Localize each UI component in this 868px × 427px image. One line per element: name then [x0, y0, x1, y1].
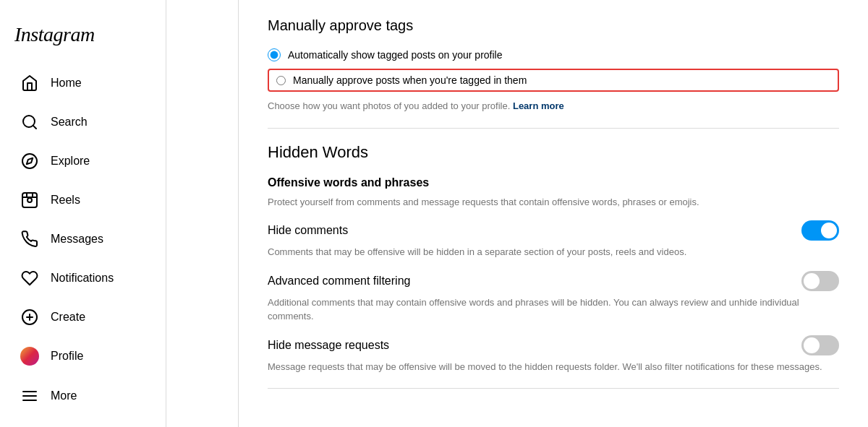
auto-show-option[interactable]: Automatically show tagged posts on your … [268, 48, 839, 61]
hide-message-requests-slider [801, 335, 839, 355]
section-divider-1 [268, 128, 839, 129]
manual-approve-radio[interactable] [276, 76, 286, 85]
manual-approve-option-highlighted[interactable]: Manually approve posts when you're tagge… [268, 69, 839, 92]
section-divider-2 [268, 388, 839, 389]
sidebar: Instagram Home Search Explore [0, 0, 166, 427]
more-label: More [51, 389, 77, 402]
sidebar-item-profile[interactable]: Profile [6, 338, 160, 374]
sidebar-item-create[interactable]: Create [6, 299, 160, 335]
explore-icon [20, 152, 39, 171]
more-icon [20, 387, 39, 405]
search-icon [20, 113, 39, 131]
notifications-icon [20, 269, 39, 288]
offensive-desc: Protect yourself from comments and messa… [268, 195, 839, 210]
svg-point-2 [22, 154, 37, 168]
sidebar-item-reels[interactable]: Reels [6, 182, 160, 218]
sidebar-item-home[interactable]: Home [6, 65, 160, 101]
advanced-filtering-row: Advanced comment filtering [268, 271, 839, 291]
create-label: Create [51, 311, 85, 324]
learn-more-link[interactable]: Learn more [513, 100, 564, 111]
advanced-filtering-label: Advanced comment filtering [268, 275, 410, 288]
svg-rect-4 [22, 193, 37, 207]
hide-comments-row: Hide comments [268, 220, 839, 241]
svg-marker-3 [27, 158, 33, 164]
reels-icon [20, 191, 39, 210]
hide-comments-slider [801, 220, 839, 241]
profile-avatar [20, 347, 39, 366]
hide-comments-toggle[interactable] [801, 220, 839, 241]
profile-label: Profile [51, 350, 83, 363]
offensive-section-title: Offensive words and phrases [268, 176, 839, 189]
messages-icon [20, 230, 39, 249]
notifications-label: Notifications [51, 272, 114, 285]
home-icon [20, 74, 39, 92]
instagram-logo: Instagram [0, 12, 166, 64]
sidebar-item-more[interactable]: More [6, 378, 160, 414]
messages-label: Messages [51, 233, 103, 246]
hide-comments-desc: Comments that may be offensive will be h… [268, 245, 839, 259]
hide-message-requests-desc: Message requests that may be offensive w… [268, 360, 839, 374]
tag-approval-helper: Choose how you want photos of you added … [268, 99, 839, 113]
explore-label: Explore [51, 155, 90, 168]
search-label: Search [51, 116, 88, 129]
main-content: Manually approve tags Automatically show… [239, 0, 868, 427]
auto-show-label: Automatically show tagged posts on your … [288, 49, 503, 61]
manually-approve-tags-title: Manually approve tags [268, 17, 839, 34]
sidebar-item-search[interactable]: Search [6, 104, 160, 140]
hide-message-requests-row: Hide message requests [268, 335, 839, 355]
sidebar-item-notifications[interactable]: Notifications [6, 260, 160, 296]
svg-point-5 [27, 198, 32, 202]
advanced-filtering-toggle[interactable] [801, 271, 839, 291]
sidebar-item-messages[interactable]: Messages [6, 221, 160, 257]
hide-message-requests-toggle[interactable] [801, 335, 839, 355]
advanced-filtering-slider [801, 271, 839, 291]
reels-label: Reels [51, 194, 80, 207]
svg-line-1 [33, 126, 36, 129]
manual-approve-label: Manually approve posts when you're tagge… [293, 74, 527, 86]
create-icon [20, 308, 39, 327]
middle-panel [166, 0, 239, 427]
sidebar-item-explore[interactable]: Explore [6, 143, 160, 179]
home-label: Home [51, 77, 82, 90]
tag-approval-radio-group: Automatically show tagged posts on your … [268, 48, 839, 92]
hidden-words-title: Hidden Words [268, 143, 839, 162]
hide-comments-label: Hide comments [268, 224, 348, 237]
advanced-filtering-desc: Additional comments that may contain off… [268, 296, 839, 324]
hide-message-requests-label: Hide message requests [268, 339, 389, 352]
auto-show-radio[interactable] [268, 48, 281, 61]
